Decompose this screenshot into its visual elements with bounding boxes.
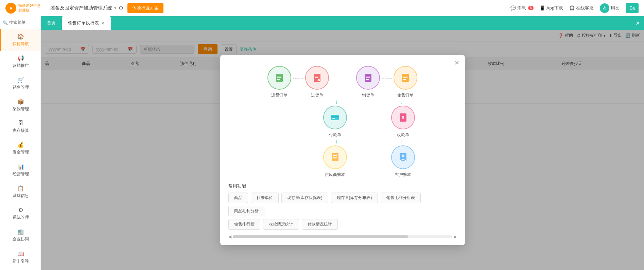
purchase-order-circle (267, 66, 291, 90)
top-bar: 6 畅康通好生意 标准版 装备及固定资产辅助管理系统 ▾ ⚙ 体验行业方案 💬 … (0, 0, 644, 16)
function-buttons: 商品 往来单位 现存量(库存状况表) 现存量(库存分布表) 销售毛利分析表 商品… (228, 193, 457, 216)
down-arrow-receipt: ↓ (391, 138, 412, 145)
flow-arrows-row4: ↓ ↓ (228, 138, 457, 145)
app-container: 6 畅康通好生意 标准版 装备及固定资产辅助管理系统 ▾ ⚙ 体验行业方案 💬 … (0, 0, 644, 270)
supplier-account-circle (323, 145, 347, 169)
trial-button[interactable]: 体验行业方案 (127, 3, 163, 13)
flow-row-5: 供应商账本 (228, 145, 457, 178)
func-btn-partner[interactable]: 往来单位 (251, 193, 279, 203)
tab-bar: 首页 销售订单执行表 ✕ ✕ (41, 16, 644, 30)
arrow-h-1: - - - - → (291, 76, 305, 81)
page-content: ❓ 帮助 🖨 按模板打印 ▾ ⬆ 导出 🔄 (41, 30, 644, 270)
message-item[interactable]: 💬 消息 6 (510, 5, 534, 11)
sales-order-circle (394, 66, 417, 90)
sidebar-item-finance[interactable]: 💰 资金管理 (0, 138, 40, 159)
down-arrow-sales: ↓ (391, 98, 412, 106)
tab-bar-close-icon[interactable]: ✕ (636, 20, 644, 26)
enterprise-icon: 🏢 (17, 229, 24, 235)
app-download-item[interactable]: 📱 App下载 (540, 5, 563, 11)
system-dropdown-icon[interactable]: ▾ (114, 5, 117, 11)
search-icon: 🔍 (3, 20, 8, 25)
purchase-bill-circle (305, 66, 329, 90)
flow-node-sales-bill[interactable]: 销货单 (356, 66, 380, 98)
sidebar-item-purchase[interactable]: 📦 采购管理 (0, 94, 40, 116)
finance-icon: 💰 (17, 142, 24, 148)
popup-scrollbar[interactable]: ◀ ▶ (228, 232, 457, 239)
headset-icon: 🎧 (569, 5, 575, 11)
spacer-e (303, 138, 327, 145)
func-btn-stock-status[interactable]: 现存量(库存状况表) (281, 193, 328, 203)
beginner-icon: 📖 (17, 250, 24, 257)
down-arrow-payment: ↓ (327, 138, 347, 145)
flow-diagram: 进货订单 - - - - → (228, 63, 457, 178)
logo-area: 6 畅康通好生意 标准版 (5, 3, 46, 14)
sidebar-item-inventory[interactable]: 🗄 库存核算 (0, 116, 40, 138)
flow-row-1: 进货订单 - - - - → (228, 66, 457, 98)
avatar: 友 (600, 3, 609, 13)
func-btn-receipt-stats[interactable]: 收款情况统计 (263, 219, 299, 230)
sales-bill-circle (356, 66, 380, 90)
system-icon: ⚙ (18, 207, 23, 213)
flow-node-payment-bill[interactable]: 付款单 (323, 106, 347, 138)
home-icon: 🏠 (17, 33, 24, 40)
func-btn-sales-rank[interactable]: 销售排行榜 (228, 219, 260, 230)
arrow-h-2: ← - - - - (380, 76, 394, 81)
message-badge: 6 (528, 6, 534, 10)
svg-text:¥: ¥ (402, 115, 404, 120)
svg-rect-18 (331, 116, 339, 118)
logo-icon: 6 (5, 3, 16, 14)
func-btn-sales-margin[interactable]: 销售毛利分析表 (381, 193, 421, 203)
popup-card: ✕ (220, 55, 465, 245)
sales-icon: 🛒 (17, 77, 24, 83)
func-btn-product[interactable]: 商品 (228, 193, 248, 203)
receipt-bill-circle: ¥ (391, 106, 415, 129)
scroll-left-icon[interactable]: ◀ (228, 234, 231, 239)
sidebar-item-marketing[interactable]: 📢 营销推广 (0, 51, 40, 73)
flow-node-receipt-bill[interactable]: ¥ 收款单 (391, 106, 415, 138)
sidebar-search[interactable]: 🔍 搜索菜单 (0, 16, 40, 29)
ea-avatar: Ea (626, 3, 639, 13)
marketing-icon: 📢 (17, 55, 24, 61)
tab-sales-order-exec[interactable]: 销售订单执行表 ✕ (62, 16, 111, 30)
sidebar-item-operations[interactable]: 📊 经营管理 (0, 159, 40, 181)
func-btn-stock-dist[interactable]: 现存量(库存分布表) (331, 193, 378, 203)
popup-close-btn[interactable]: ✕ (454, 59, 459, 67)
flow-node-sales-order[interactable]: 销售订单 (394, 66, 417, 98)
user-item[interactable]: 友 用友 (600, 3, 620, 13)
scroll-thumb (233, 235, 408, 238)
sidebar-item-basic-info[interactable]: 📋 基础信息 (0, 181, 40, 203)
flow-row-3: 付款单 ¥ (228, 106, 457, 138)
customer-account-circle (391, 145, 415, 169)
func-btn-product-margin[interactable]: 商品毛利分析 (228, 206, 264, 216)
spacer-f (347, 138, 391, 145)
popup-overlay[interactable]: ✕ (41, 30, 644, 270)
flow-arrows-row2: ↓ ↓ (228, 98, 457, 106)
payment-bill-circle (323, 106, 347, 129)
tab-home[interactable]: 首页 (41, 16, 62, 30)
sidebar-item-beginner[interactable]: 📖 新手引导 (0, 246, 40, 268)
tab-close-icon[interactable]: ✕ (101, 21, 105, 26)
logo-text: 畅康通好生意 标准版 (18, 3, 41, 12)
main-area: 🔍 搜索菜单 🏠 快捷导航 📢 营销推广 🛒 销售管理 📦 采购管理 🗄 (0, 16, 644, 270)
common-functions-title: 常用功能 (228, 183, 457, 189)
func-btn-payment-stats[interactable]: 付款情况统计 (302, 219, 338, 230)
top-right-area: 💬 消息 6 📱 App下载 🎧 在线客服 友 用友 Ea (510, 3, 639, 13)
basic-info-icon: 📋 (17, 185, 24, 192)
flow-node-purchase-order[interactable]: 进货订单 (267, 66, 291, 98)
common-functions-area: 常用功能 商品 往来单位 现存量(库存状况表) 现存量(库存分布表) 销售毛利分… (228, 178, 457, 232)
down-arrow-purchase: ↓ (327, 98, 347, 106)
flow-node-customer-account[interactable]: 客户账本 (391, 145, 415, 178)
sidebar-item-enterprise[interactable]: 🏢 企业协同 (0, 224, 40, 246)
sidebar-item-quick-nav[interactable]: 🏠 快捷导航 (0, 29, 40, 51)
message-icon: 💬 (510, 5, 516, 11)
system-title: 装备及固定资产辅助管理系统 (50, 5, 112, 11)
flow-node-supplier-account[interactable]: 供应商账本 (323, 145, 347, 178)
settings-icon[interactable]: ⚙ (119, 5, 123, 11)
flow-node-purchase-bill[interactable]: 进货单 (305, 66, 329, 98)
system-title-area: 装备及固定资产辅助管理系统 ▾ ⚙ (50, 5, 123, 11)
sidebar-item-system[interactable]: ⚙ 系统管理 (0, 203, 40, 224)
spacer-a (303, 98, 327, 106)
online-service-item[interactable]: 🎧 在线客服 (569, 5, 594, 11)
scroll-right-icon[interactable]: ▶ (454, 234, 457, 239)
sidebar-item-sales[interactable]: 🛒 销售管理 (0, 73, 40, 94)
